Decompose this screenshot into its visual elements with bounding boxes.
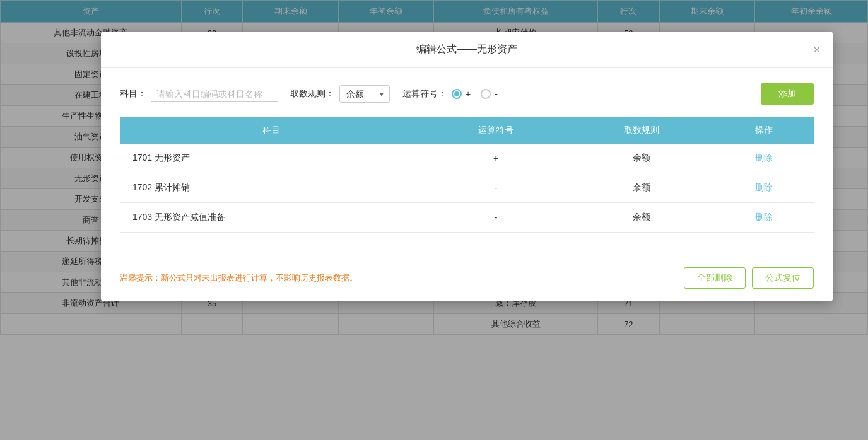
th-operator: 运算符号 (423, 117, 568, 144)
formula-rule: 余额 (568, 203, 714, 233)
add-button[interactable]: 添加 (761, 83, 814, 105)
radio-minus-circle (481, 89, 491, 99)
formula-row: 1701 无形资产 + 余额 删除 (120, 144, 814, 173)
radio-plus-dot (454, 91, 459, 96)
radio-plus-circle (452, 89, 462, 99)
radio-plus[interactable]: + (452, 89, 471, 99)
formula-action: 删除 (714, 144, 814, 173)
modal-body: 科目： 取数规则： 余额 借方 贷方 ▼ 运算符号： (101, 68, 833, 258)
th-subject: 科目 (120, 117, 423, 144)
formula-subject: 1703 无形资产减值准备 (120, 203, 423, 233)
delete-all-button[interactable]: 全部删除 (684, 267, 746, 289)
tip-text: 温馨提示：新公式只对未出报表进行计算，不影响历史报表数据。 (120, 272, 358, 284)
formula-table: 科目 运算符号 取数规则 操作 1701 无形资产 + 余额 删除 1702 累… (120, 117, 814, 233)
radio-plus-label: + (466, 89, 471, 99)
delete-row-button[interactable]: 删除 (755, 153, 773, 164)
rule-label: 取数规则： (290, 88, 334, 100)
modal-header: 编辑公式——无形资产 × (101, 32, 833, 68)
operator-label: 运算符号： (402, 88, 447, 100)
operator-group: 运算符号： + - (402, 88, 498, 100)
formula-table-header-row: 科目 运算符号 取数规则 操作 (120, 117, 814, 144)
formula-rule: 余额 (568, 173, 714, 203)
radio-minus[interactable]: - (481, 89, 498, 99)
subject-input[interactable] (151, 86, 278, 102)
formula-row: 1702 累计摊销 - 余额 删除 (120, 173, 814, 203)
rule-select-wrapper: 余额 借方 贷方 ▼ (339, 85, 390, 103)
formula-row: 1703 无形资产减值准备 - 余额 删除 (120, 203, 814, 233)
footer-buttons: 全部删除 公式复位 (684, 267, 814, 289)
formula-action: 删除 (714, 203, 814, 233)
formula-action: 删除 (714, 173, 814, 203)
th-action: 操作 (714, 117, 814, 144)
formula-operator: - (423, 203, 568, 233)
formula-operator: - (423, 173, 568, 203)
formula-subject: 1702 累计摊销 (120, 173, 423, 203)
delete-row-button[interactable]: 删除 (755, 182, 773, 194)
subject-group: 科目： (120, 86, 278, 102)
operator-radio-group: + - (452, 89, 498, 99)
formula-table-body: 1701 无形资产 + 余额 删除 1702 累计摊销 - 余额 删除 1703… (120, 144, 814, 233)
formula-subject: 1701 无形资产 (120, 144, 423, 173)
modal-footer: 温馨提示：新公式只对未出报表进行计算，不影响历史报表数据。 全部删除 公式复位 (101, 258, 833, 301)
th-rule: 取数规则 (568, 117, 714, 144)
subject-label: 科目： (120, 88, 146, 100)
form-row: 科目： 取数规则： 余额 借方 贷方 ▼ 运算符号： (120, 83, 814, 105)
edit-formula-modal: 编辑公式——无形资产 × 科目： 取数规则： 余额 借方 贷方 ▼ (101, 32, 833, 301)
radio-minus-label: - (495, 89, 498, 99)
modal-close-button[interactable]: × (813, 44, 820, 55)
delete-row-button[interactable]: 删除 (755, 212, 773, 223)
formula-rule: 余额 (568, 144, 714, 173)
modal-title: 编辑公式——无形资产 (416, 43, 517, 56)
formula-table-head: 科目 运算符号 取数规则 操作 (120, 117, 814, 144)
rule-select[interactable]: 余额 借方 贷方 (339, 85, 390, 103)
rule-group: 取数规则： 余额 借方 贷方 ▼ (290, 85, 390, 103)
formula-operator: + (423, 144, 568, 173)
reset-button[interactable]: 公式复位 (752, 267, 814, 289)
